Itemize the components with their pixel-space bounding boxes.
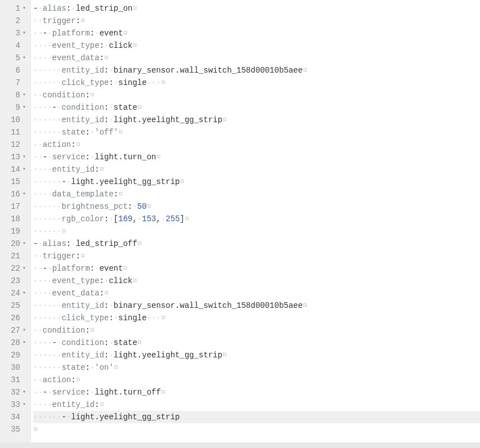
gutter-row[interactable]: 16▾	[0, 188, 30, 200]
gutter-row[interactable]: 33▾	[0, 398, 30, 411]
token-ws: ·	[90, 388, 95, 397]
token-pun: :	[85, 128, 89, 137]
gutter-row[interactable]: 19	[0, 225, 30, 238]
gutter-row[interactable]: 27▾	[0, 324, 30, 337]
fold-toggle-icon[interactable]: ▾	[20, 163, 28, 176]
code-line[interactable]: ······¤	[33, 225, 480, 238]
token-key: condition	[61, 338, 104, 347]
gutter-row[interactable]: 20▾	[0, 238, 30, 250]
code-line[interactable]: ······click_type:·single···¤	[33, 77, 480, 89]
code-line[interactable]: ··condition:¤	[33, 324, 480, 337]
token-ws: ·	[90, 153, 95, 162]
gutter-row[interactable]: 25	[0, 299, 30, 312]
fold-toggle-icon[interactable]: ▾	[20, 2, 28, 15]
gutter-row[interactable]: 10	[0, 114, 30, 126]
code-line[interactable]: ······click_type:·single···¤	[33, 312, 480, 324]
gutter-row[interactable]: 24▾	[0, 287, 30, 299]
code-line[interactable]: ··-·service:·light.turn_on¤	[33, 151, 480, 163]
fold-toggle-icon[interactable]: ▾	[20, 386, 28, 398]
code-line[interactable]: ····event_type:·click¤	[33, 39, 480, 52]
token-dash: -	[43, 388, 47, 397]
gutter-row[interactable]: 12	[0, 138, 30, 151]
code-line[interactable]: ······state:·'off'¤	[33, 126, 480, 138]
gutter-row[interactable]: 14▾	[0, 163, 30, 176]
code-line[interactable]: ····event_data:¤	[33, 287, 480, 299]
fold-toggle-icon[interactable]: ▾	[20, 52, 28, 64]
code-line[interactable]: ······state:·'on'¤	[33, 361, 480, 374]
gutter[interactable]: 1▾23▾45▾678▾9▾10111213▾14▾1516▾17181920▾…	[0, 0, 31, 448]
code-line[interactable]: ······entity_id:·light.yeelight_gg_strip…	[33, 114, 480, 126]
fold-toggle-icon[interactable]: ▾	[20, 89, 28, 101]
token-num: 169	[118, 214, 132, 223]
gutter-row[interactable]: 34	[0, 411, 30, 423]
fold-toggle-icon[interactable]: ▾	[20, 188, 28, 200]
fold-toggle-icon[interactable]: ▾	[20, 27, 28, 39]
gutter-row[interactable]: 26	[0, 312, 30, 324]
code-line[interactable]: ··-·platform:·event¤	[33, 27, 480, 39]
code-line[interactable]: ····entity_id:¤	[33, 398, 480, 411]
gutter-row[interactable]: 21	[0, 250, 30, 262]
code-line[interactable]: ··-·service:·light.turn_off¤	[33, 386, 480, 398]
code-line[interactable]: ······rgb_color:·[169,·153,·255]¤	[33, 213, 480, 225]
gutter-row[interactable]: 6	[0, 64, 30, 77]
code-line[interactable]: -·alias:·led_strip_off¤	[33, 238, 480, 250]
fold-toggle-icon[interactable]: ▾	[20, 337, 28, 349]
gutter-row[interactable]: 29	[0, 349, 30, 361]
gutter-row[interactable]: 7	[0, 77, 30, 89]
code-line[interactable]: ¤	[33, 423, 480, 436]
code-line[interactable]: ····event_type:·click¤	[33, 275, 480, 287]
token-ws: ¤	[114, 363, 118, 372]
token-key: data_template	[52, 190, 114, 199]
code-line[interactable]: -·alias:·led_strip_on¤	[33, 2, 480, 15]
gutter-row[interactable]: 3▾	[0, 27, 30, 39]
code-line[interactable]: ······brightness_pct:·50¤	[33, 200, 480, 213]
code-line[interactable]: ····-·condition:·state¤	[33, 101, 480, 114]
token-ws: ······	[33, 177, 61, 186]
code-line[interactable]: ··trigger:¤	[33, 250, 480, 262]
code-line[interactable]: ······-·light.yeelight_gg_strip	[33, 411, 480, 423]
fold-toggle-icon[interactable]: ▾	[20, 324, 28, 337]
gutter-row[interactable]: 2	[0, 15, 30, 27]
gutter-row[interactable]: 1▾	[0, 2, 30, 15]
code-line[interactable]: ······entity_id:·binary_sensor.wall_swit…	[33, 64, 480, 77]
fold-toggle-icon[interactable]: ▾	[20, 151, 28, 163]
code-line[interactable]: ····entity_id:¤	[33, 163, 480, 176]
code-line[interactable]: ··action:¤	[33, 138, 480, 151]
horizontal-scrollbar[interactable]	[0, 442, 480, 448]
fold-toggle-icon[interactable]: ▾	[20, 101, 28, 114]
fold-toggle-icon[interactable]: ▾	[20, 262, 28, 275]
gutter-row[interactable]: 32▾	[0, 386, 30, 398]
token-val: light.turn_off	[95, 388, 161, 397]
code-line[interactable]: ··action:¤	[33, 374, 480, 386]
code-editor[interactable]: 1▾23▾45▾678▾9▾10111213▾14▾1516▾17181920▾…	[0, 0, 480, 448]
gutter-row[interactable]: 15	[0, 176, 30, 188]
gutter-row[interactable]: 17	[0, 200, 30, 213]
gutter-row[interactable]: 9▾	[0, 101, 30, 114]
gutter-row[interactable]: 35	[0, 423, 30, 436]
code-line[interactable]: ··condition:¤	[33, 89, 480, 101]
gutter-row[interactable]: 13▾	[0, 151, 30, 163]
fold-toggle-icon[interactable]: ▾	[20, 238, 28, 250]
gutter-row[interactable]: 28▾	[0, 337, 30, 349]
code-line[interactable]: ··trigger:¤	[33, 15, 480, 27]
fold-toggle-icon[interactable]: ▾	[20, 287, 28, 299]
code-line[interactable]: ····event_data:¤	[33, 52, 480, 64]
code-line[interactable]: ······entity_id:·light.yeelight_gg_strip…	[33, 349, 480, 361]
gutter-row[interactable]: 18	[0, 213, 30, 225]
gutter-row[interactable]: 11	[0, 126, 30, 138]
gutter-row[interactable]: 5▾	[0, 52, 30, 64]
code-line[interactable]: ····data_template:¤	[33, 188, 480, 200]
gutter-row[interactable]: 30	[0, 361, 30, 374]
fold-toggle-icon[interactable]: ▾	[20, 398, 28, 411]
code-line[interactable]: ··-·platform:·event¤	[33, 262, 480, 275]
gutter-row[interactable]: 31	[0, 374, 30, 386]
gutter-row[interactable]: 4	[0, 39, 30, 52]
gutter-row[interactable]: 23	[0, 275, 30, 287]
code-area[interactable]: -·alias:·led_strip_on¤··trigger:¤··-·pla…	[31, 0, 480, 448]
code-line[interactable]: ······-·light.yeelight_gg_strip¤	[33, 176, 480, 188]
token-dash: -	[43, 153, 47, 162]
gutter-row[interactable]: 22▾	[0, 262, 30, 275]
code-line[interactable]: ····-·condition:·state¤	[33, 337, 480, 349]
code-line[interactable]: ······entity_id:·binary_sensor.wall_swit…	[33, 299, 480, 312]
gutter-row[interactable]: 8▾	[0, 89, 30, 101]
